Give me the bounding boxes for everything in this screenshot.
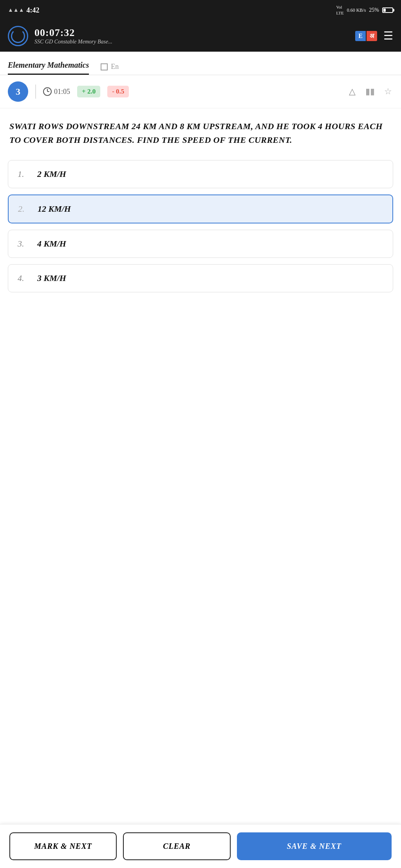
question-meta-bar: 3 01:05 + 2.0 - 0.5 △ ▮▮ ☆ <box>0 75 401 108</box>
speed-label: 0.60 KB/s <box>347 7 366 13</box>
app-logo <box>8 26 28 46</box>
question-time-value: 01:05 <box>54 88 70 96</box>
question-text: Swati rows downstream 24 km and 8 km ups… <box>9 119 392 147</box>
status-bar: ▲▲▲ 4:42 VolLTE 0.60 KB/s 25% <box>0 0 401 20</box>
question-timer: 01:05 <box>43 87 70 96</box>
mark-next-button[interactable]: Mark & Next <box>9 832 117 860</box>
clear-button[interactable]: Clear <box>123 832 230 860</box>
tab-mathematics[interactable]: Elementary Mathematics <box>8 61 89 75</box>
bottom-action-bar: Mark & Next Clear Save & Next <box>0 824 401 868</box>
main-content: 3 01:05 + 2.0 - 0.5 △ ▮▮ ☆ Swati rows do… <box>0 75 401 342</box>
option-2-text: 12 km/h <box>38 204 71 214</box>
options-section: 1. 2 km/h 2. 12 km/h 3. 4 km/h 4. 3 km/h <box>0 156 401 303</box>
english-checkbox[interactable] <box>101 63 108 70</box>
app-header: 00:07:32 SSC GD Constable Memory Base...… <box>0 20 401 52</box>
language-badge[interactable]: E अ <box>355 31 377 41</box>
app-title-block: 00:07:32 SSC GD Constable Memory Base... <box>34 27 349 45</box>
question-number-badge: 3 <box>8 81 28 102</box>
app-subtitle: SSC GD Constable Memory Base... <box>34 39 349 45</box>
bookmark-icon[interactable]: ▮▮ <box>365 86 375 97</box>
hamburger-menu[interactable]: ☰ <box>383 31 393 41</box>
tab-english[interactable]: En <box>101 63 119 75</box>
option-2[interactable]: 2. 12 km/h <box>8 194 393 223</box>
header-right: E अ ☰ <box>355 31 393 41</box>
battery-percent: 25% <box>369 7 379 13</box>
battery-icon <box>382 7 393 13</box>
warning-icon[interactable]: △ <box>347 86 357 97</box>
option-2-number: 2. <box>18 204 30 214</box>
lang-hindi[interactable]: अ <box>367 31 377 41</box>
app-timer: 00:07:32 <box>34 27 349 39</box>
meta-icons: △ ▮▮ ☆ <box>347 86 393 97</box>
clock-icon <box>43 87 52 96</box>
negative-score-badge: - 0.5 <box>107 86 129 97</box>
signal-icon: ▲▲▲ <box>8 7 24 13</box>
star-icon[interactable]: ☆ <box>383 86 393 97</box>
option-3-number: 3. <box>18 239 29 249</box>
logo-spinner <box>11 29 25 43</box>
option-4[interactable]: 4. 3 km/h <box>8 264 393 292</box>
option-3-text: 4 km/h <box>37 239 66 249</box>
option-4-text: 3 km/h <box>37 273 66 283</box>
lang-english[interactable]: E <box>355 31 366 41</box>
option-4-number: 4. <box>18 273 29 283</box>
option-1[interactable]: 1. 2 km/h <box>8 160 393 188</box>
status-time: 4:42 <box>27 6 40 14</box>
question-section: Swati rows downstream 24 km and 8 km ups… <box>0 108 401 156</box>
status-right: VolLTE 0.60 KB/s 25% <box>336 4 393 16</box>
meta-divider <box>35 85 36 99</box>
positive-score-badge: + 2.0 <box>77 86 100 97</box>
status-left: ▲▲▲ 4:42 <box>8 6 40 14</box>
lte-label: VolLTE <box>336 4 343 16</box>
option-1-number: 1. <box>18 169 29 179</box>
option-1-text: 2 km/h <box>37 169 66 179</box>
save-next-button[interactable]: Save & Next <box>237 832 392 860</box>
subject-bar: Elementary Mathematics En <box>0 52 401 75</box>
option-3[interactable]: 3. 4 km/h <box>8 230 393 258</box>
